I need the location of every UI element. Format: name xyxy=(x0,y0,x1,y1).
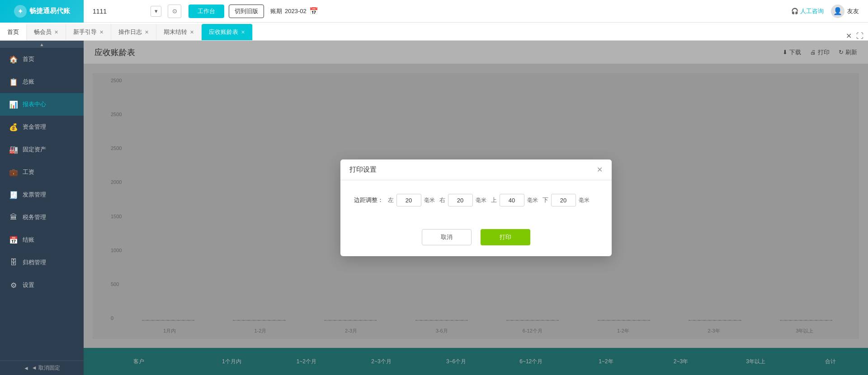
tab-home[interactable]: 首页 xyxy=(0,24,27,40)
tab-vip-label: 畅会员 xyxy=(34,28,52,36)
period-value: 2023-02 xyxy=(285,8,307,14)
tab-guide-label: 新手引导 xyxy=(73,28,97,36)
top-header: ✦ 畅捷通易代账 1111 ▾ ⊙ 工作台 切到旧版 账期 2023-02 📅 … xyxy=(0,0,868,23)
period-label: 账期 xyxy=(270,7,282,15)
sidebar-label-close: 结账 xyxy=(23,236,34,244)
company-name: 1111 xyxy=(93,8,147,15)
tab-period-end-label: 期末结转 xyxy=(164,28,187,36)
workbench-button[interactable]: 工作台 xyxy=(189,5,224,18)
home-icon: 🏠 xyxy=(9,55,18,64)
sidebar-label-reports: 报表中心 xyxy=(23,100,46,108)
bottom-margin-input[interactable] xyxy=(551,194,576,206)
calendar-icon[interactable]: 📅 xyxy=(309,7,318,15)
cancel-button[interactable]: 取消 xyxy=(422,229,472,245)
tab-vip-close[interactable]: ✕ xyxy=(54,29,58,35)
sidebar-label-settings: 设置 xyxy=(23,281,34,289)
sidebar-label-funds: 资金管理 xyxy=(23,123,46,131)
consult-label: 人工咨询 xyxy=(800,7,824,15)
sidebar-item-ledger[interactable]: 📋 总账 xyxy=(0,70,84,93)
sidebar-item-reports[interactable]: 📊 报表中心 xyxy=(0,93,84,116)
copy-btn[interactable]: ⊙ xyxy=(168,5,181,18)
right-margin-group: 右 毫米 xyxy=(439,194,486,206)
ledger-icon: 📋 xyxy=(9,78,18,86)
sidebar-item-salary[interactable]: 💼 工资 xyxy=(0,161,84,183)
invoice-icon: 🧾 xyxy=(9,191,18,199)
archive-icon: 🗄 xyxy=(9,258,18,267)
user-label: 友友 xyxy=(847,7,859,15)
logo-icon: ✦ xyxy=(14,5,27,18)
sidebar-label-salary: 工资 xyxy=(23,168,34,176)
company-dropdown-btn[interactable]: ▾ xyxy=(151,6,161,17)
sidebar-label-archive: 归档管理 xyxy=(23,258,46,267)
reports-icon: 📊 xyxy=(9,100,18,109)
maximize-window-btn[interactable]: ⛶ xyxy=(856,32,863,40)
tax-icon: 🏛 xyxy=(9,213,18,221)
close-books-icon: 📅 xyxy=(9,236,18,244)
tab-ar-aging-close[interactable]: ✕ xyxy=(241,29,245,35)
modal-footer: 取消 打印 xyxy=(340,229,612,256)
left-unit: 毫米 xyxy=(424,197,435,204)
modal-close-btn[interactable]: ✕ xyxy=(597,165,603,174)
company-selector: 1111 ▾ ⊙ xyxy=(93,5,181,18)
tab-ar-aging-label: 应收账龄表 xyxy=(209,28,238,36)
headset-icon: 🎧 xyxy=(791,8,798,14)
tab-actions: ✕ ⛶ xyxy=(846,32,868,40)
user-area[interactable]: 👤 友友 xyxy=(831,5,859,18)
close-window-btn[interactable]: ✕ xyxy=(846,32,852,40)
period-area: 账期 2023-02 📅 xyxy=(270,7,318,15)
right-unit: 毫米 xyxy=(476,197,486,204)
right-margin-input[interactable] xyxy=(448,194,473,206)
tab-ar-aging[interactable]: 应收账龄表 ✕ xyxy=(202,24,253,40)
sidebar-item-tax[interactable]: 🏛 税务管理 xyxy=(0,206,84,229)
print-settings-modal: 打印设置 ✕ 边距调整： 左 毫米 右 xyxy=(340,159,612,256)
logo-area: ✦ 畅捷通易代账 xyxy=(0,0,84,23)
collapse-label: ◄ 取消固定 xyxy=(32,364,60,372)
left-margin-input[interactable] xyxy=(396,194,421,206)
left-margin-group: 左 毫米 xyxy=(388,194,435,206)
tab-period-end-close[interactable]: ✕ xyxy=(190,29,194,35)
sidebar-label-ledger: 总账 xyxy=(23,78,34,86)
margin-label: 边距调整： xyxy=(354,196,383,204)
switch-version-button[interactable]: 切到旧版 xyxy=(229,5,264,18)
sidebar: ▲ 🏠 首页 📋 总账 📊 报表中心 💰 资金管理 🏭 固定资产 💼 工资 🧾 … xyxy=(0,41,84,375)
sidebar-scroll-up[interactable]: ▲ xyxy=(0,41,84,48)
bottom-unit: 毫米 xyxy=(579,197,590,204)
left-label: 左 xyxy=(388,196,394,204)
content-area: 应收账龄表 ⬇ 下载 🖨 打印 ↻ 刷新 xyxy=(84,41,868,375)
tab-home-label: 首页 xyxy=(7,28,19,36)
sidebar-item-home[interactable]: 🏠 首页 xyxy=(0,48,84,70)
sidebar-item-invoice[interactable]: 🧾 发票管理 xyxy=(0,183,84,206)
tab-log[interactable]: 操作日志 ✕ xyxy=(111,24,156,40)
collapse-icon: ◄ xyxy=(24,365,29,371)
tab-log-label: 操作日志 xyxy=(118,28,142,36)
print-confirm-button[interactable]: 打印 xyxy=(481,229,530,245)
modal-body: 边距调整： 左 毫米 右 毫米 上 xyxy=(340,180,612,229)
logo-text: 畅捷通易代账 xyxy=(29,7,70,15)
sidebar-item-archive[interactable]: 🗄 归档管理 xyxy=(0,251,84,274)
tab-guide-close[interactable]: ✕ xyxy=(99,29,104,35)
avatar: 👤 xyxy=(831,5,844,18)
funds-icon: 💰 xyxy=(9,123,18,131)
tab-period-end[interactable]: 期末结转 ✕ xyxy=(156,24,202,40)
modal-header: 打印设置 ✕ xyxy=(340,159,612,180)
consult-button[interactable]: 🎧 人工咨询 xyxy=(791,7,824,15)
bottom-label: 下 xyxy=(542,196,548,204)
modal-overlay: 打印设置 ✕ 边距调整： 左 毫米 右 xyxy=(84,41,868,375)
top-margin-input[interactable] xyxy=(500,194,524,206)
margin-settings-row: 边距调整： 左 毫米 右 毫米 上 xyxy=(354,194,598,206)
header-right: 🎧 人工咨询 👤 友友 xyxy=(791,5,868,18)
tab-vip[interactable]: 畅会员 ✕ xyxy=(27,24,66,40)
sidebar-collapse-btn[interactable]: ◄ ◄ 取消固定 xyxy=(0,361,84,375)
top-unit: 毫米 xyxy=(527,197,538,204)
sidebar-item-assets[interactable]: 🏭 固定资产 xyxy=(0,138,84,161)
sidebar-item-funds[interactable]: 💰 资金管理 xyxy=(0,116,84,138)
top-margin-group: 上 毫米 xyxy=(491,194,538,206)
sidebar-item-settings[interactable]: ⚙ 设置 xyxy=(0,274,84,296)
tab-log-close[interactable]: ✕ xyxy=(145,29,149,35)
sidebar-item-close[interactable]: 📅 结账 xyxy=(0,229,84,251)
tab-guide[interactable]: 新手引导 ✕ xyxy=(66,24,111,40)
settings-icon: ⚙ xyxy=(9,281,18,290)
right-label: 右 xyxy=(439,196,445,204)
top-label: 上 xyxy=(491,196,497,204)
tab-bar: 首页 畅会员 ✕ 新手引导 ✕ 操作日志 ✕ 期末结转 ✕ 应收账龄表 ✕ ✕ … xyxy=(0,23,868,41)
